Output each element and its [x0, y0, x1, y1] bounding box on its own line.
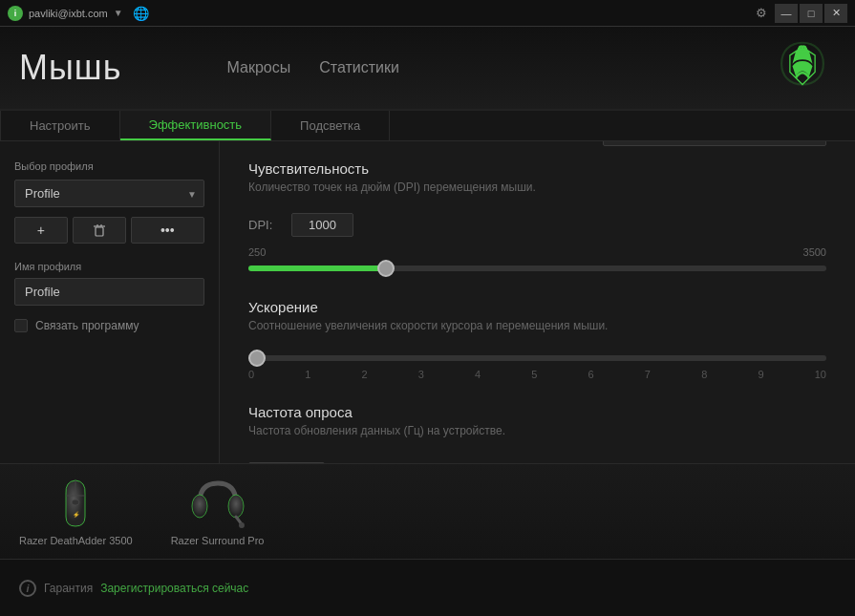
maximize-button[interactable]: □	[800, 4, 823, 23]
accel-slider[interactable]	[248, 355, 826, 361]
user-email: pavliki@ixbt.com	[29, 8, 108, 19]
svg-text:⚡: ⚡	[73, 511, 80, 519]
user-avatar: i	[8, 6, 23, 21]
dpi-slider-minmax: 250 3500	[248, 246, 826, 258]
tick-8: 8	[701, 369, 707, 380]
warranty-link[interactable]: Зарегистрироваться сейчас	[100, 582, 248, 595]
more-options-button[interactable]: •••	[131, 217, 204, 244]
sub-nav-settings[interactable]: Настроить	[0, 111, 120, 140]
dpi-min-label: 250	[248, 246, 266, 258]
sub-nav-performance[interactable]: Эффективность	[120, 111, 272, 140]
tick-7: 7	[645, 369, 651, 380]
mouse-image: ⚡	[47, 477, 104, 529]
sensitivity-header-left: Чувствительность Количество точек на дюй…	[248, 160, 536, 209]
nav-tab-macros[interactable]: Макросы	[227, 54, 291, 81]
nav-tabs-top: Макросы Статистики	[227, 54, 399, 81]
svg-point-12	[228, 495, 244, 518]
tick-5: 5	[531, 369, 537, 380]
acceleration-desc: Соотношение увеличения скорости курсора …	[248, 319, 826, 332]
add-profile-button[interactable]: +	[14, 217, 68, 244]
delete-profile-button[interactable]	[73, 217, 126, 244]
dpi-label: DPI:	[248, 218, 282, 232]
svg-rect-3	[96, 227, 103, 236]
tick-6: 6	[588, 369, 594, 380]
sensitivity-header-row: Чувствительность Количество точек на дюй…	[248, 160, 826, 209]
dropdown-arrow-icon: ▼	[114, 8, 123, 18]
headset-icon	[190, 478, 246, 528]
profile-name-input[interactable]	[14, 278, 204, 306]
bottom-bar: i Гарантия Зарегистрироваться сейчас	[0, 559, 855, 616]
titlebar-controls: ⚙ — □ ✕	[756, 4, 847, 23]
sensitivity-desc: Количество точек на дюйм (DPI) перемещен…	[248, 181, 536, 194]
profile-name-label: Имя профиля	[14, 261, 204, 272]
warranty-text: Гарантия	[44, 582, 93, 595]
warranty-icon: i	[19, 580, 36, 597]
dpi-row: DPI:	[248, 213, 826, 237]
acceleration-title: Ускорение	[248, 299, 826, 315]
profile-buttons: + •••	[14, 217, 204, 244]
profile-select-label: Выбор профиля	[14, 160, 204, 172]
accel-ticks: 0 1 2 3 4 5 6 7 8 9 10	[248, 369, 826, 380]
svg-point-9	[72, 499, 79, 505]
dpi-input[interactable]	[291, 213, 353, 237]
device-headset[interactable]: Razer Surround Pro	[171, 477, 265, 546]
dpi-slider[interactable]	[248, 266, 826, 271]
headset-image	[189, 477, 246, 529]
app-title: Мышь	[19, 48, 122, 88]
titlebar-left: i pavliki@ixbt.com ▼ 🌐	[8, 6, 149, 21]
svg-point-11	[192, 495, 207, 518]
mouse-name: Razer DeathAdder 3500	[19, 535, 133, 546]
polling-desc: Частота обновления данных (Гц) на устрой…	[248, 424, 826, 437]
titlebar: i pavliki@ixbt.com ▼ 🌐 ⚙ — □ ✕	[0, 0, 855, 27]
profile-select[interactable]: Profile	[14, 180, 204, 207]
configure-sensitivity-button[interactable]: Настроить уровни чувствительности	[603, 141, 826, 146]
dpi-max-label: 3500	[803, 246, 826, 258]
link-program-checkbox[interactable]	[14, 319, 28, 332]
user-initial: i	[14, 9, 17, 18]
nav-tab-statistics[interactable]: Статистики	[319, 54, 399, 81]
svg-point-1	[800, 47, 802, 50]
svg-point-2	[802, 47, 805, 50]
polling-title: Частота опроса	[248, 404, 826, 420]
tick-1: 1	[305, 369, 310, 380]
sensitivity-title: Чувствительность	[248, 160, 536, 177]
device-mouse[interactable]: ⚡ Razer DeathAdder 3500	[19, 477, 133, 546]
tick-10: 10	[815, 369, 826, 380]
svg-point-14	[239, 522, 245, 528]
link-program-row: Связать программу	[14, 319, 204, 332]
main-header: Мышь Макросы Статистики	[0, 27, 855, 111]
link-program-label: Связать программу	[35, 319, 139, 332]
headset-name: Razer Surround Pro	[171, 535, 265, 546]
minimize-button[interactable]: —	[775, 4, 798, 23]
tick-0: 0	[248, 369, 254, 380]
sub-nav-lighting[interactable]: Подсветка	[271, 111, 390, 140]
globe-icon: 🌐	[133, 6, 149, 21]
devices-bar: ⚡ Razer DeathAdder 3500	[0, 463, 855, 559]
profile-select-wrapper: Profile ▼	[14, 180, 204, 207]
tick-3: 3	[418, 369, 424, 380]
razer-logo	[769, 34, 836, 101]
accel-slider-container: 0 1 2 3 4 5 6 7 8 9 10	[248, 348, 826, 380]
tick-4: 4	[475, 369, 481, 380]
settings-icon[interactable]: ⚙	[756, 6, 767, 20]
acceleration-section: Ускорение Соотношение увеличения скорост…	[248, 299, 826, 380]
trash-icon	[93, 223, 106, 237]
close-button[interactable]: ✕	[824, 4, 847, 23]
mouse-icon: ⚡	[57, 477, 94, 529]
sub-nav: Настроить Эффективность Подсветка	[0, 111, 855, 141]
dpi-slider-container: 250 3500	[248, 246, 826, 275]
tick-9: 9	[758, 369, 763, 380]
tick-2: 2	[362, 369, 368, 380]
